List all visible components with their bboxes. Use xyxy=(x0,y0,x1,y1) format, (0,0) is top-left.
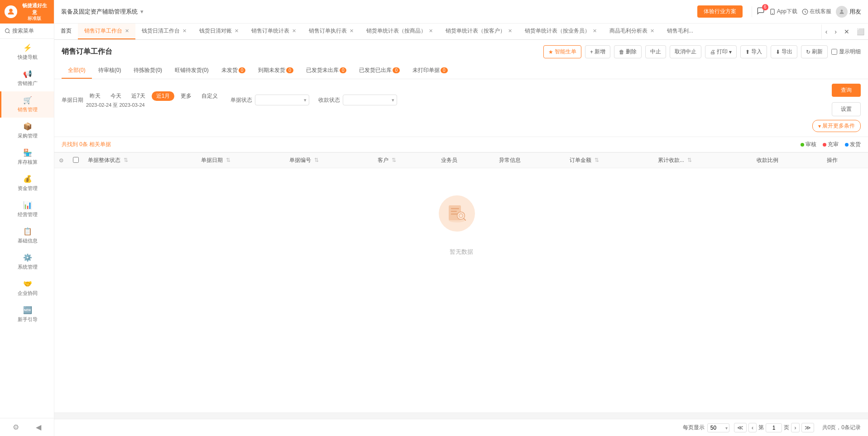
date-btn-more[interactable]: 更多 xyxy=(177,91,195,101)
refresh-button[interactable]: ↻ 刷新 xyxy=(801,45,828,58)
import-button[interactable]: ⬆ 导入 xyxy=(740,45,767,58)
svg-point-6 xyxy=(841,9,843,12)
collapse-sidebar-icon[interactable]: ◀ xyxy=(36,423,41,431)
query-button[interactable]: 查询 xyxy=(832,84,861,97)
sort-icon[interactable]: ⇅ xyxy=(687,157,692,163)
sub-tab-not-printed[interactable]: 未打印单据0 xyxy=(406,63,454,79)
set-button[interactable]: 设置 xyxy=(832,102,861,116)
sidebar-item-label: 经营管理 xyxy=(18,211,38,218)
date-btn-custom[interactable]: 自定义 xyxy=(198,91,221,101)
batch-audit-button[interactable]: 审核 xyxy=(801,141,816,148)
tab-close-icon[interactable]: ✕ xyxy=(429,28,433,34)
page-input[interactable] xyxy=(766,423,782,432)
page-title: 销售订单工作台 xyxy=(62,47,112,57)
table-area: 共找到 0条 相关单据 审核 充审 发货 xyxy=(54,137,868,419)
sort-icon[interactable]: ⇅ xyxy=(124,157,128,163)
tab-close-icon[interactable]: ✕ xyxy=(593,28,597,34)
sub-tab-overdue[interactable]: 到期未发货0 xyxy=(252,63,300,79)
message-button[interactable]: 6 xyxy=(757,7,765,16)
new-button[interactable]: + 新增 xyxy=(585,45,610,58)
sidebar-item-inventory[interactable]: 🏪 库存核算 xyxy=(0,144,54,170)
tab-sales-workbench[interactable]: 销售订单工作台 ✕ xyxy=(78,24,135,39)
sort-icon[interactable]: ⇅ xyxy=(226,157,230,163)
date-btn-today[interactable]: 今天 xyxy=(107,91,125,101)
search-menu[interactable]: 搜索菜单 xyxy=(0,24,54,39)
sub-tab-not-shipped[interactable]: 未发货0 xyxy=(215,63,252,79)
batch-reject-button[interactable]: 充审 xyxy=(823,141,839,148)
tab-sales-exec[interactable]: 销售订单执行表 ✕ xyxy=(302,24,360,39)
batch-ship-button[interactable]: 发货 xyxy=(845,141,861,148)
select-all-checkbox[interactable] xyxy=(73,157,79,163)
tab-sales-stats[interactable]: 销售订单统计表 ✕ xyxy=(245,24,302,39)
date-btn-1month[interactable]: 近1月 xyxy=(152,91,175,101)
stop-button[interactable]: 中止 xyxy=(645,45,666,58)
print-button[interactable]: 🖨 打印 ▾ xyxy=(705,45,737,58)
cancel-stop-button[interactable]: 取消中止 xyxy=(670,45,701,58)
tab-sales-more[interactable]: 销售毛利... xyxy=(661,24,700,39)
dropdown-arrow-icon[interactable]: ▾ xyxy=(140,8,144,15)
expand-filter-button[interactable]: ▾ 展开更多条件 xyxy=(812,120,861,132)
svg-point-1 xyxy=(5,29,10,33)
tab-cash-daily[interactable]: 钱货日清工作台 ✕ xyxy=(135,24,193,39)
export-button[interactable]: ⬇ 导出 xyxy=(771,45,797,58)
tab-close-icon[interactable]: ✕ xyxy=(235,28,239,34)
last-page-button[interactable]: ≫ xyxy=(801,423,814,432)
sidebar-item-system[interactable]: ⚙️ 系统管理 xyxy=(0,249,54,275)
sidebar-item-purchase[interactable]: 📦 采购管理 xyxy=(0,118,54,144)
status-select[interactable] xyxy=(255,95,309,105)
page-content: 销售订单工作台 ★ 智能生单 + 新增 🗑 删除 中止 xyxy=(54,40,868,436)
delete-button[interactable]: 🗑 删除 xyxy=(614,45,642,58)
settings-gear-icon[interactable]: ⚙ xyxy=(13,423,19,431)
payment-select[interactable] xyxy=(343,95,397,105)
tab-maximize-icon[interactable]: ⬜ xyxy=(853,24,868,39)
first-page-button[interactable]: ≪ xyxy=(734,423,747,432)
tab-home[interactable]: 首页 xyxy=(54,24,78,39)
sidebar-item-sales[interactable]: 🛒 销售管理 xyxy=(0,91,54,118)
prev-page-button[interactable]: ‹ xyxy=(748,423,757,432)
sub-tab-shipped-not-out[interactable]: 已发货未出库0 xyxy=(300,63,353,79)
tab-close-icon[interactable]: ✕ xyxy=(508,28,512,34)
industry-solution-button[interactable]: 体验行业方案 xyxy=(697,5,743,18)
tab-sales-summary-product[interactable]: 销货单统计表（按商品） ✕ xyxy=(360,24,439,39)
tab-close-icon[interactable]: ✕ xyxy=(350,28,354,34)
topbar-divider xyxy=(752,6,752,17)
sidebar-item-quick[interactable]: ⚡ 快捷导航 xyxy=(0,39,54,65)
user-menu-button[interactable]: 用友 xyxy=(836,6,861,18)
tab-close-icon[interactable]: ✕ xyxy=(182,28,187,34)
tab-close-icon[interactable]: ✕ xyxy=(125,28,129,34)
sidebar-item-guide[interactable]: 🆕 新手引导 xyxy=(0,301,54,327)
sub-tab-pending[interactable]: 待审核(0) xyxy=(92,63,128,79)
date-btn-7days[interactable]: 近7天 xyxy=(128,91,149,101)
sub-tab-all[interactable]: 全部(0) xyxy=(62,63,92,79)
date-btn-yesterday[interactable]: 昨天 xyxy=(86,91,104,101)
sort-icon[interactable]: ⇅ xyxy=(392,157,396,163)
sidebar-item-marketing[interactable]: 📢 营销推广 xyxy=(0,65,54,91)
sidebar-item-finance[interactable]: 💰 资金管理 xyxy=(0,170,54,196)
sidebar-item-enterprise[interactable]: 🤝 企业协同 xyxy=(0,275,54,301)
sub-tab-pending-check[interactable]: 待拣验货(0) xyxy=(127,63,168,79)
tab-cash-reconcile[interactable]: 钱货日清对账 ✕ xyxy=(193,24,245,39)
tab-scroll-left-icon[interactable]: ‹ xyxy=(822,24,831,39)
tab-sales-summary-staff[interactable]: 销货单统计表（按业务员） ✕ xyxy=(518,24,603,39)
column-settings-icon[interactable]: ⚙ xyxy=(59,157,64,164)
show-detail-checkbox[interactable] xyxy=(831,49,837,55)
show-detail-toggle[interactable]: 显示明细 xyxy=(831,48,861,56)
sort-icon[interactable]: ⇅ xyxy=(314,157,319,163)
online-service-button[interactable]: 在线客服 xyxy=(802,8,831,15)
sidebar-item-basic[interactable]: 📋 基础信息 xyxy=(0,223,54,249)
next-page-button[interactable]: › xyxy=(791,423,799,432)
tab-sales-summary-customer[interactable]: 销货单统计表（按客户） ✕ xyxy=(439,24,518,39)
tab-close-icon[interactable]: ✕ xyxy=(292,28,296,34)
tab-close-current-icon[interactable]: ✕ xyxy=(840,24,853,39)
smart-create-button[interactable]: ★ 智能生单 xyxy=(543,45,581,58)
tab-goods-profit[interactable]: 商品毛利分析表 ✕ xyxy=(603,24,661,39)
sort-icon[interactable]: ⇅ xyxy=(595,157,599,163)
sub-tab-shipped-out[interactable]: 已发货已出库0 xyxy=(353,63,406,79)
app-download-button[interactable]: App下载 xyxy=(769,8,797,15)
per-page-select[interactable]: 50 100 xyxy=(707,423,729,432)
sub-tab-wangpu[interactable]: 旺铺待发货(0) xyxy=(168,63,215,79)
tab-close-icon[interactable]: ✕ xyxy=(650,28,654,34)
sidebar-item-operations[interactable]: 📊 经营管理 xyxy=(0,196,54,223)
tab-scroll-right-icon[interactable]: › xyxy=(831,24,840,39)
table-hscroll[interactable] xyxy=(54,412,868,419)
